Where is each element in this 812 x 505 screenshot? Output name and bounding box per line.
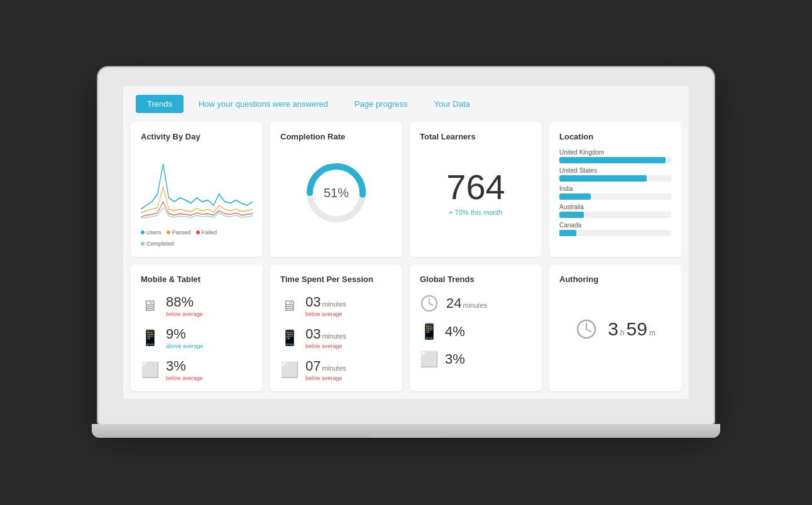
global-row-tablet: ⬜ 3% xyxy=(420,350,532,368)
time-spent-card: Time Spent Per Session 🖥 03 minutes belo… xyxy=(270,264,402,391)
device-avg-tablet: below average xyxy=(166,375,203,381)
device-avg-desktop: below average xyxy=(166,311,203,317)
device-row-tablet: ⬜ 3% below average xyxy=(141,358,253,381)
time-tablet-icon: ⬜ xyxy=(280,361,298,379)
auth-minutes: 59 xyxy=(627,318,647,340)
device-avg-mobile: above average xyxy=(166,343,204,349)
mobile-icon: 📱 xyxy=(141,329,158,347)
global-tablet-icon: ⬜ xyxy=(420,350,437,368)
tab-your-data[interactable]: Your Data xyxy=(422,95,481,113)
authoring-title: Authoring xyxy=(559,274,671,284)
time-row-mobile: 📱 03 minutes below average xyxy=(280,326,392,349)
device-info-desktop: 88% below average xyxy=(166,294,203,317)
device-list: 🖥 88% below average 📱 9% above average xyxy=(141,291,253,381)
tab-page-progress[interactable]: Page progress xyxy=(343,95,419,113)
laptop-wrapper: Trends How your questions were answered … xyxy=(98,67,714,438)
auth-hours: 3 xyxy=(608,318,618,340)
legend-label-passed: Passed xyxy=(172,229,191,236)
tablet-icon: ⬜ xyxy=(141,361,158,379)
location-card: Location United Kingdom United States In… xyxy=(549,122,681,257)
legend-users: Users xyxy=(141,229,162,236)
time-value-tablet: 07 minutes xyxy=(305,358,346,374)
location-item-us: United States xyxy=(559,167,671,182)
global-row-time: 24 minutes xyxy=(420,294,532,313)
mobile-tablet-card: Mobile & Tablet 🖥 88% below average 📱 xyxy=(131,264,263,391)
time-avg-tablet: below average xyxy=(305,375,346,381)
tab-questions[interactable]: How your questions were answered xyxy=(187,95,339,113)
device-percent-mobile: 9% xyxy=(166,326,204,342)
global-tablet-value: 3% xyxy=(445,351,465,367)
time-number-desktop: 03 xyxy=(305,294,321,310)
legend-completed: Completed xyxy=(141,241,174,247)
authoring-center: 3 h 59 m xyxy=(559,291,671,367)
device-info-mobile: 9% above average xyxy=(166,326,204,349)
legend-dot-users xyxy=(141,231,145,234)
location-name-india: India xyxy=(559,185,671,192)
legend-label-completed: Completed xyxy=(146,241,174,247)
learners-center: 764 + 70% this month xyxy=(420,149,532,237)
svg-line-7 xyxy=(586,329,591,332)
time-avg-mobile: below average xyxy=(305,343,346,349)
legend-label-users: Users xyxy=(146,229,162,236)
location-bar-bg-india xyxy=(559,193,671,200)
legend-failed: Failed xyxy=(196,229,217,236)
time-info-tablet: 07 minutes below average xyxy=(305,358,346,381)
location-bar-us xyxy=(559,175,647,182)
global-trends-title: Global Trends xyxy=(420,274,532,284)
location-bar-bg-canada xyxy=(559,230,671,236)
laptop-base xyxy=(92,424,720,438)
total-learners-title: Total Learners xyxy=(420,132,532,141)
global-time-info: 24 minutes xyxy=(446,295,487,312)
time-desktop-icon: 🖥 xyxy=(280,297,298,315)
global-mobile-icon: 📱 xyxy=(420,323,437,340)
time-unit-desktop: minutes xyxy=(322,300,346,308)
device-percent-tablet: 3% xyxy=(166,358,203,374)
location-name-canada: Canada xyxy=(559,222,671,229)
time-value-desktop: 03 minutes xyxy=(305,294,346,310)
time-avg-desktop: below average xyxy=(305,311,346,317)
location-bar-uk xyxy=(559,157,666,163)
location-bar-india xyxy=(559,193,591,200)
location-name-us: United States xyxy=(559,167,671,174)
authoring-card: Authoring 3 h 59 m xyxy=(549,264,681,391)
time-unit-tablet: minutes xyxy=(322,364,346,372)
svg-line-4 xyxy=(429,303,433,305)
tab-trends[interactable]: Trends xyxy=(136,95,184,113)
laptop-screen: Trends How your questions were answered … xyxy=(98,67,714,424)
legend-label-failed: Failed xyxy=(202,229,217,236)
global-trends-card: Global Trends 24 minutes xyxy=(410,264,542,391)
location-item-india: India xyxy=(559,185,671,200)
location-list: United Kingdom United States India xyxy=(559,149,671,236)
device-row-desktop: 🖥 88% below average xyxy=(141,294,253,317)
total-learners-card: Total Learners 764 + 70% this month xyxy=(410,122,542,257)
device-info-tablet: 3% below average xyxy=(166,358,203,381)
completion-title: Completion Rate xyxy=(280,132,392,141)
completion-rate-card: Completion Rate 51% xyxy=(270,122,402,257)
mobile-tablet-title: Mobile & Tablet xyxy=(141,274,253,284)
time-list: 🖥 03 minutes below average 📱 xyxy=(280,291,392,381)
chart-legend: Users Passed Failed Completed xyxy=(141,229,253,247)
location-name-uk: United Kingdom xyxy=(559,149,671,156)
global-mobile-value: 4% xyxy=(445,323,465,340)
global-time-unit: minutes xyxy=(463,301,487,309)
location-item-uk: United Kingdom xyxy=(559,149,671,163)
time-spent-title: Time Spent Per Session xyxy=(280,274,392,284)
learners-growth: + 70% this month xyxy=(449,209,502,216)
location-item-australia: Australia xyxy=(559,204,671,218)
time-mobile-icon: 📱 xyxy=(280,329,298,347)
time-info-mobile: 03 minutes below average xyxy=(305,326,346,349)
location-bar-bg-uk xyxy=(559,157,671,163)
time-row-desktop: 🖥 03 minutes below average xyxy=(280,294,392,317)
location-title: Location xyxy=(559,132,671,141)
nav-tabs: Trends How your questions were answered … xyxy=(123,86,689,122)
legend-dot-failed xyxy=(196,231,200,234)
location-name-australia: Australia xyxy=(559,204,671,210)
time-unit-mobile: minutes xyxy=(322,332,346,340)
time-value-mobile: 03 minutes xyxy=(305,326,346,342)
auth-minutes-unit: m xyxy=(649,329,656,337)
dashboard-grid: Activity By Day xyxy=(123,122,689,399)
device-row-mobile: 📱 9% above average xyxy=(141,326,253,349)
desktop-icon: 🖥 xyxy=(141,297,158,315)
time-number-mobile: 03 xyxy=(305,326,321,342)
auth-hours-unit: h xyxy=(620,329,625,337)
